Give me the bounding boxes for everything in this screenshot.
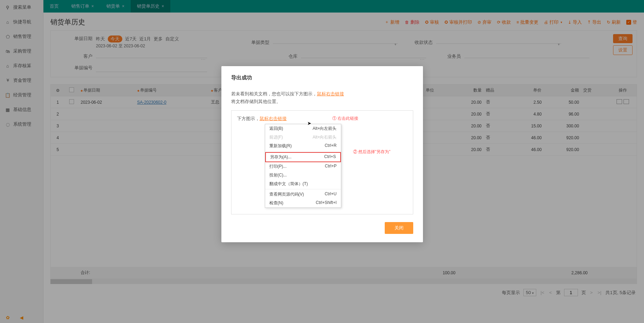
guide-note-2: ② 然后选择"另存为" [353,149,391,155]
context-menu: 返回(B)Alt+向左箭头 前进(F)Alt+向右箭头 重新加载(R)Ctrl+… [265,124,341,208]
menu-reload: 重新加载(R)Ctrl+R [265,142,341,150]
export-modal: 导出成功 若未看到相关文档，您也可以按下方图示，鼠标右击链接 将文档存储到其他位… [221,66,423,242]
guide-prefix: 下方图示， [237,116,260,121]
menu-saveas: 另存为(A)...Ctrl+S [265,152,341,162]
modal-text: 若未看到相关文档，您也可以按下方图示， [231,91,317,96]
guide-top: 下方图示，鼠标右击链接 ➤ [237,116,407,122]
cursor-icon: ➤ [307,120,311,126]
guide-link[interactable]: 鼠标右击链接 [260,116,287,121]
close-button[interactable]: 关闭 [385,222,413,234]
menu-source: 查看网页源代码(V)Ctrl+U [265,190,341,199]
modal-overlay: 导出成功 若未看到相关文档，您也可以按下方图示，鼠标右击链接 将文档存储到其他位… [0,0,644,323]
modal-desc: 若未看到相关文档，您也可以按下方图示，鼠标右击链接 [231,90,413,98]
menu-inspect: 检查(N)Ctrl+Shift+I [265,199,341,207]
modal-desc2: 将文档存储到其他位置。 [231,98,413,105]
guide-box: 下方图示，鼠标右击链接 ➤ ① 右击此链接 返回(B)Alt+向左箭头 前进(F… [231,110,413,214]
guide-note-1: ① 右击此链接 [332,116,358,121]
menu-translate: 翻成中文（简体）(T) [265,180,341,188]
right-click-link[interactable]: 鼠标右击链接 [317,91,344,96]
modal-title: 导出成功 [231,74,413,81]
menu-print: 打印(P)...Ctrl+P [265,162,341,171]
menu-back: 返回(B)Alt+向左箭头 [265,124,341,133]
menu-forward: 前进(F)Alt+向右箭头 [265,133,341,142]
menu-cast: 投射(C)... [265,171,341,180]
